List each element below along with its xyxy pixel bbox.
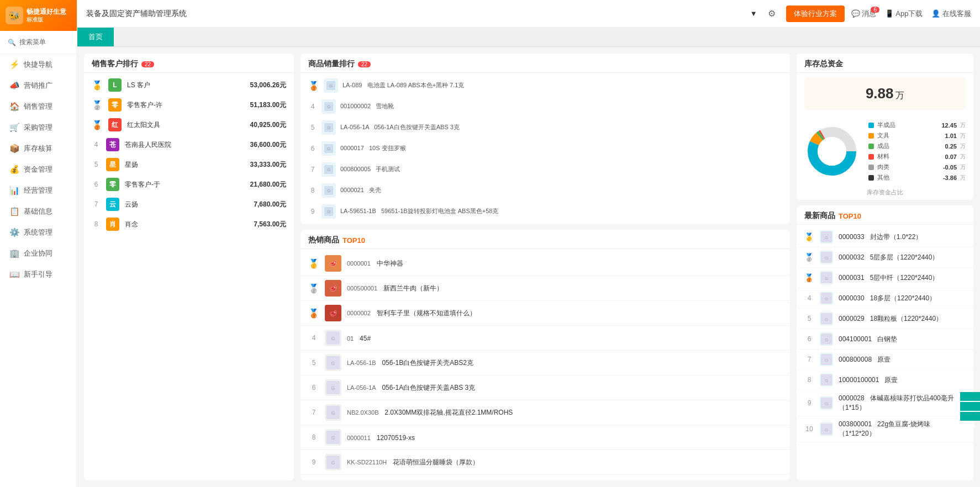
hot-product-row: 5 G LA-056-1B 056-1B白色按键开关壳ABS2克 [301, 351, 790, 375]
product-image: G [325, 404, 341, 421]
purchase-label: 采购管理 [24, 123, 52, 133]
title-dropdown[interactable]: ▼ [750, 9, 757, 18]
sidebar-item-quick-nav[interactable]: ⚡ 快捷导航 [0, 54, 77, 75]
rank-num: 8 [308, 187, 317, 194]
customer-amount: 53,006.26元 [250, 81, 286, 90]
hot-product-code: 0000002 [347, 310, 371, 316]
svg-text:G: G [825, 297, 828, 301]
guide-icon: 📖 [9, 269, 19, 279]
new-product-thumb: G [820, 373, 833, 387]
inventory-total: 9.88 万 [804, 77, 966, 110]
finance-icon: 💰 [9, 165, 19, 174]
quick-nav-label: 快捷导航 [24, 60, 52, 70]
sidebar-logo: 🐝 畅捷通好生意 标准版 [0, 0, 77, 31]
right-panels: 库存总资金 9.88 万 [797, 54, 973, 480]
svg-point-37 [818, 137, 846, 166]
app-download-label: App下载 [895, 9, 923, 18]
sidebar-item-marketing[interactable]: 📣 营销推广 [0, 75, 77, 96]
svg-text:G: G [331, 385, 335, 391]
settings-icon[interactable]: ⚙ [764, 6, 779, 22]
sidebar-item-sales[interactable]: 🏠 销售管理 [0, 96, 77, 117]
rank-num: 9 [308, 458, 319, 466]
message-badge[interactable]: 💬 消息 6 [851, 9, 877, 19]
product-name: 10S 变扭罗猴 [369, 145, 406, 151]
sidebar-item-finance[interactable]: 💰 资金管理 [0, 159, 77, 180]
logo-name: 畅捷通好生意 [27, 8, 66, 17]
hot-product-row: 8 G 0000011 12070519-xs [301, 425, 790, 450]
top-products-panel: 商品销量排行 22 🥉 G LA-089 电池盖 LA-089 ABS本色+黑种… [301, 54, 790, 224]
search-menu-btn[interactable]: 🔍 搜索菜单 [4, 35, 72, 49]
purchase-icon: 🛒 [9, 123, 19, 133]
float-btn-live[interactable]: 直播 [960, 412, 980, 421]
rank-medal: 🥇 [804, 232, 814, 241]
customers-panel-header: 销售客户排行 22 [84, 54, 294, 73]
legend-list: 半成品 12.45 万 文具 1.01 万 成品 0.25 万 材料 0.07 … [868, 120, 966, 183]
customer-avatar: 苍 [106, 138, 119, 151]
customer-avatar: 星 [106, 158, 119, 171]
product-code: LA-089 [343, 82, 362, 88]
new-product-row: 5 G 0000029 18颗粒板（1220*2440） [797, 309, 973, 329]
try-btn[interactable]: 体验行业方案 [786, 6, 845, 22]
rank-num: 4 [92, 141, 101, 149]
hot-product-code: LA-056-1A [347, 384, 376, 391]
phone-icon: 📱 [885, 9, 894, 18]
system-label: 系统管理 [24, 227, 52, 237]
new-product-name: 18多层（1220*2440） [870, 294, 936, 302]
customer-avatar: 红 [108, 118, 122, 131]
guide-label: 新手引导 [24, 269, 52, 279]
hot-products-title: 热销商品 [308, 235, 339, 245]
svg-text:G: G [331, 361, 335, 366]
product-row: 5 G LA-056-1A 056-1A白色按键开关盖ABS 3克 [301, 117, 790, 138]
customer-avatar: 零 [106, 178, 119, 191]
legend-dot [868, 144, 874, 149]
system-icon: ⚙️ [9, 227, 19, 237]
svg-text:G: G [825, 235, 828, 240]
product-image: 🥩 [325, 280, 341, 297]
legend-value: -3.86 [943, 174, 957, 181]
hot-product-row: 4 G 01 45# [301, 326, 790, 351]
legend-unit: 万 [960, 174, 966, 182]
sidebar-item-enterprise[interactable]: 🏢 企业协同 [0, 243, 77, 264]
svg-text:G: G [825, 276, 828, 281]
rank-num: 4 [804, 294, 814, 302]
online-service[interactable]: 👤 在线客服 [931, 9, 971, 19]
message-icon: 💬 [851, 9, 860, 18]
sidebar-item-guide[interactable]: 📖 新手引导 [0, 264, 77, 285]
sidebar-item-inventory[interactable]: 📦 库存核算 [0, 138, 77, 159]
sidebar-item-basic[interactable]: 📋 基础信息 [0, 201, 77, 222]
product-thumb: G [322, 141, 336, 156]
legend-name: 文具 [877, 131, 942, 140]
rank-medal: 🥉 [804, 273, 814, 282]
rank-num: 5 [92, 161, 101, 168]
hot-product-row: 🥉 🥩 0000002 智利车子里（规格不知道填什么） [301, 301, 790, 326]
new-products-sub: TOP10 [839, 212, 861, 220]
sidebar-search-area[interactable]: 🔍 搜索菜单 [0, 31, 77, 54]
rank-num: 4 [308, 334, 319, 342]
sidebar-item-purchase[interactable]: 🛒 采购管理 [0, 117, 77, 138]
product-info: 000800005 手机测试 [340, 165, 782, 173]
rank-num: 6 [92, 181, 101, 188]
inventory-footer: 库存资金占比 [797, 188, 973, 200]
new-products-panel: 最新商品 TOP10 🥇 G 0000033 封边带（1.0*22） 🥈 G 0… [797, 205, 973, 480]
svg-text:🥩: 🥩 [330, 310, 337, 317]
rank-num: 6 [308, 384, 319, 391]
new-product-name: 18颗粒板（1220*2440） [870, 315, 942, 322]
rank-medal: 🥈 [308, 283, 319, 294]
sidebar-item-operation[interactable]: 📊 经营管理 [0, 180, 77, 201]
customer-amount: 7,680.00元 [254, 200, 286, 209]
sidebar-item-system[interactable]: ⚙️ 系统管理 [0, 222, 77, 243]
float-btn-service[interactable]: 客服热线 [960, 392, 980, 401]
app-download[interactable]: 📱 App下载 [885, 9, 923, 19]
rank-num: 10 [804, 425, 814, 433]
svg-text:G: G [329, 83, 333, 88]
tab-home[interactable]: 首页 [77, 28, 114, 46]
rank-num: 6 [308, 145, 317, 152]
float-btn-community[interactable]: 服务社区 [960, 402, 980, 411]
product-info: 001000002 雪地靴 [340, 102, 782, 110]
svg-text:G: G [825, 378, 828, 383]
new-product-row: 🥉 G 0000031 5层中纤（1220*2440） [797, 268, 973, 288]
customers-badge: 22 [141, 61, 154, 67]
legend-dot [868, 154, 874, 160]
svg-text:G: G [327, 125, 330, 130]
hot-product-name: 中华神器 [377, 260, 403, 267]
